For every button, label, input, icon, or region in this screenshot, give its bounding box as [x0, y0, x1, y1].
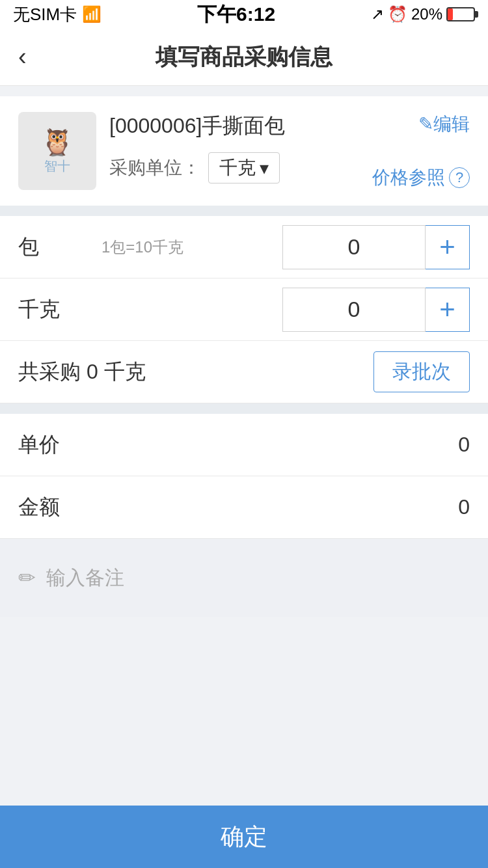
quantity-sublabel-bao: 1包=10千克 — [102, 237, 183, 258]
total-prefix: 共采购 — [18, 360, 81, 383]
quantity-input-bao[interactable] — [282, 225, 426, 269]
status-left: 无SIM卡 📶 — [13, 3, 102, 26]
status-bar: 无SIM卡 📶 下午6:12 ↗ ⏰ 20% — [0, 0, 488, 29]
confirm-button[interactable]: 确定 — [0, 806, 488, 868]
page-title: 填写商品采购信息 — [156, 42, 332, 72]
note-icon: ✏ — [18, 565, 36, 590]
amount-label: 金额 — [18, 493, 60, 522]
status-right: ↗ ⏰ 20% — [371, 5, 475, 23]
section-divider-2 — [0, 403, 488, 414]
total-unit: 千克 — [104, 360, 146, 383]
price-ref-icon: ? — [449, 167, 470, 188]
unit-price-row: 单价 0 — [0, 414, 488, 476]
product-image-placeholder: 🦉 智十 — [41, 127, 74, 175]
amount-value: 0 — [458, 495, 470, 519]
unit-prefix-label: 采购单位： — [109, 156, 200, 180]
unit-value: 千克 — [219, 156, 256, 180]
note-placeholder: 输入备注 — [46, 565, 124, 591]
amount-row: 金额 0 — [0, 476, 488, 539]
unit-dropdown-arrow: ▾ — [260, 157, 269, 179]
quantity-input-wrap-bao: + — [282, 225, 470, 269]
nav-bar: ‹ 填写商品采购信息 — [0, 29, 488, 86]
empty-space — [0, 617, 488, 812]
battery-icon — [446, 7, 475, 21]
gps-icon: ↗ — [371, 5, 384, 23]
total-row: 共采购 0 千克 录批次 — [0, 341, 488, 403]
total-value: 0 — [81, 360, 104, 383]
record-batch-button[interactable]: 录批次 — [373, 351, 470, 392]
unit-price-value: 0 — [458, 433, 470, 457]
quantity-input-kg[interactable] — [282, 288, 426, 332]
price-ref-label: 价格参照 — [372, 165, 445, 190]
product-placeholder-icon: 🦉 — [41, 127, 74, 157]
carrier-label: 无SIM卡 — [13, 3, 77, 26]
product-image: 🦉 智十 — [18, 112, 96, 190]
quantity-plus-bao[interactable]: + — [426, 225, 470, 269]
product-name: [0000006]手撕面包 — [109, 112, 470, 141]
battery-fill — [448, 8, 453, 20]
battery-label: 20% — [411, 5, 442, 23]
quantity-input-wrap-kg: + — [282, 288, 470, 332]
status-time: 下午6:12 — [197, 1, 275, 28]
edit-button[interactable]: ✎编辑 — [418, 112, 470, 137]
quantity-row-bao: 包 1包=10千克 + — [0, 216, 488, 278]
back-button[interactable]: ‹ — [18, 43, 27, 71]
wifi-icon: 📶 — [82, 5, 102, 23]
note-area[interactable]: ✏ 输入备注 — [0, 539, 488, 617]
alarm-icon: ⏰ — [388, 5, 407, 23]
price-ref-button[interactable]: 价格参照 ? — [372, 165, 470, 190]
quantity-label-kg: 千克 — [18, 295, 96, 324]
product-card: 🦉 智十 [0000006]手撕面包 采购单位： 千克 ▾ ✎编辑 价格参照 ? — [0, 96, 488, 206]
quantity-label-bao: 包 — [18, 233, 96, 262]
quantity-row-kg: 千克 + — [0, 278, 488, 341]
unit-select[interactable]: 千克 ▾ — [208, 152, 280, 183]
brand-label: 智十 — [44, 157, 70, 175]
total-label: 共采购 0 千克 — [18, 358, 146, 387]
unit-price-label: 单价 — [18, 431, 60, 459]
quantity-plus-kg[interactable]: + — [426, 288, 470, 332]
section-divider-1 — [0, 206, 488, 216]
